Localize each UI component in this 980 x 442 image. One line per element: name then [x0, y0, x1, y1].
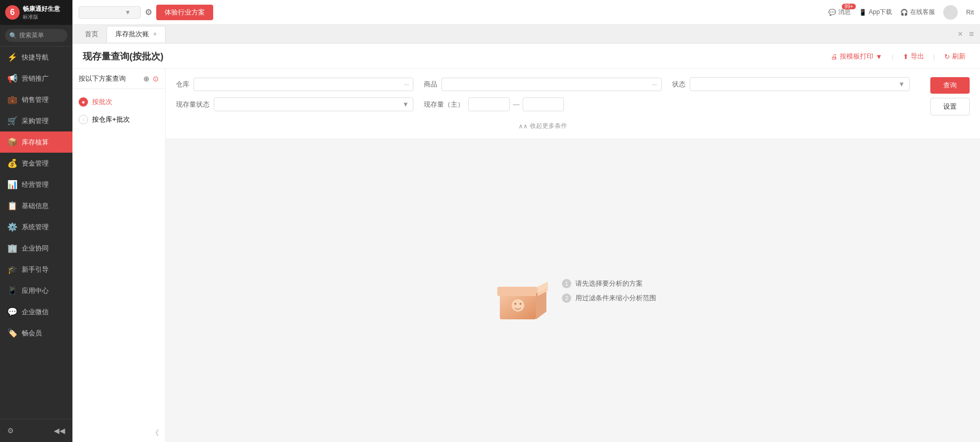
print-btn[interactable]: 🖨 按模板打印 ▼: [827, 50, 886, 63]
page-title: 现存量查询(按批次): [83, 50, 164, 68]
tip-text-1: 请先选择要分析的方案: [575, 279, 643, 288]
collapse-left-icon: 《: [152, 429, 159, 438]
sidebar-item-newbie[interactable]: 🎓 新手引导: [0, 259, 72, 280]
quantity-max-input[interactable]: [523, 97, 564, 111]
sidebar-item-enterprise[interactable]: 🏢 企业协同: [0, 238, 72, 259]
service-label: 在线客服: [910, 8, 935, 17]
export-btn[interactable]: ⬆ 导出: [899, 50, 928, 63]
topbar-search-box[interactable]: ▼: [79, 6, 141, 19]
sidebar-search-box[interactable]: 🔍 搜索菜单: [5, 29, 67, 42]
query-btn[interactable]: 查询: [930, 77, 970, 94]
collapse-filters-icon: ∧∧: [518, 123, 528, 130]
filter-group-status: 状态 ▼: [672, 77, 910, 91]
filter-fields: 仓库 ··· 商品 ···: [166, 69, 920, 139]
quantity-min-input[interactable]: [468, 97, 510, 111]
add-scheme-btn[interactable]: ⊕: [143, 75, 150, 83]
filter-group-quantity: 现存量（主） —: [424, 97, 661, 111]
finance-label: 资金管理: [22, 159, 49, 168]
tip-num-1: 1: [562, 279, 571, 288]
sidebar-item-appstore[interactable]: 📱 应用中心: [0, 280, 72, 301]
collapse-left-panel-btn[interactable]: 《: [72, 424, 165, 442]
collapse-sidebar-btn[interactable]: ◀◀: [52, 424, 67, 437]
topbar-search-input[interactable]: [83, 9, 125, 16]
quicknav-icon: ⚡: [7, 52, 18, 62]
sidebar-item-operations[interactable]: 📊 经营管理: [0, 174, 72, 195]
operations-icon: 📊: [7, 180, 18, 189]
sidebar-item-inventory[interactable]: 📦 库存核算: [0, 131, 72, 153]
tab-area-close-btn[interactable]: ×: [954, 27, 967, 41]
scheme-item-by-batch[interactable]: ● 按批次: [72, 93, 165, 111]
sidebar-item-sales[interactable]: 💼 销售管理: [0, 89, 72, 110]
topbar-dropdown-icon[interactable]: ▼: [125, 9, 131, 16]
topbar-right: 💬 消息 99+ 📱 App下载 🎧 在线客服 Rit: [828, 5, 974, 20]
refresh-label: 刷新: [952, 52, 966, 61]
tip-text-2: 用过滤条件来缩小分析范围: [575, 293, 656, 303]
scheme-list: ● 按批次 ○ 按仓库+批次: [72, 89, 165, 424]
settings-gear-icon[interactable]: ⚙: [5, 424, 16, 437]
print-label: 按模板打印: [840, 52, 873, 61]
warehouse-more-icon[interactable]: ···: [404, 81, 409, 88]
settings-btn[interactable]: 设置: [930, 98, 970, 115]
filter-group-goods: 商品 ···: [424, 78, 661, 91]
sidebar-item-system[interactable]: ⚙️ 系统管理: [0, 216, 72, 238]
topbar-left: ▼ ⚙ 体验行业方案: [79, 5, 824, 20]
topbar-gear-icon[interactable]: ⚙: [145, 7, 152, 17]
newbie-icon: 🎓: [7, 264, 18, 274]
inventory-status-dropdown-icon[interactable]: ▼: [402, 100, 409, 108]
app-logo: 6: [5, 5, 20, 20]
user-avatar[interactable]: [943, 5, 958, 20]
search-label: 搜索菜单: [19, 31, 44, 40]
main-area: ▼ ⚙ 体验行业方案 💬 消息 99+ 📱 App下载 🎧 在线客服 Rit: [72, 0, 980, 442]
sidebar-item-purchase[interactable]: 🛒 采购管理: [0, 110, 72, 131]
tip-item-2: 2 用过滤条件来缩小分析范围: [562, 293, 656, 303]
tab-home[interactable]: 首页: [77, 26, 107, 42]
print-dropdown-icon[interactable]: ▼: [875, 53, 882, 61]
sales-label: 销售管理: [22, 95, 49, 105]
tab-inventory-batch-close[interactable]: ×: [153, 31, 157, 38]
empty-illustration: [489, 265, 541, 317]
message-btn[interactable]: 💬 消息 99+: [828, 8, 851, 17]
inventory-status-select[interactable]: ▼: [214, 97, 413, 111]
appstore-icon: 📱: [7, 286, 18, 296]
tab-inventory-batch[interactable]: 库存批次账 ×: [107, 26, 166, 42]
sidebar-item-marketing[interactable]: 📢 营销推广: [0, 68, 72, 89]
online-service-btn[interactable]: 🎧 在线客服: [900, 8, 935, 17]
sidebar-search-container[interactable]: 🔍 搜索菜单: [0, 25, 72, 47]
member-icon: 🏷️: [7, 328, 18, 338]
box-svg: [489, 265, 552, 327]
sidebar-item-member[interactable]: 🏷️ 畅会员: [0, 322, 72, 344]
left-panel: 按以下方案查询 ⊕ ⊙ ● 按批次 ○ 按仓库+批次 《: [72, 69, 166, 442]
sidebar-item-quicknav[interactable]: ⚡ 快捷导航: [0, 47, 72, 68]
sidebar-menu: ⚡ 快捷导航 📢 营销推广 💼 销售管理 🛒 采购管理 📦 库存核算 💰 资金管…: [0, 47, 72, 419]
sidebar-item-finance[interactable]: 💰 资金管理: [0, 153, 72, 174]
basic-label: 基础信息: [22, 201, 49, 211]
app-download-btn[interactable]: 📱 App下载: [859, 8, 892, 17]
quicknav-label: 快捷导航: [22, 53, 49, 62]
collapse-filters-btn[interactable]: ∧∧ 收起更多条件: [176, 117, 910, 130]
status-label: 状态: [672, 80, 686, 89]
username-label[interactable]: Rit: [966, 9, 974, 16]
warehouse-input[interactable]: ···: [194, 78, 413, 91]
tip-num-2: 2: [562, 293, 571, 303]
warehouse-label: 仓库: [176, 80, 189, 89]
sidebar-item-wechat[interactable]: 💬 企业微信: [0, 301, 72, 322]
system-label: 系统管理: [22, 223, 49, 232]
tab-area-more-btn[interactable]: ≡: [967, 27, 976, 41]
goods-input[interactable]: ···: [441, 78, 661, 91]
status-select[interactable]: ▼: [690, 77, 910, 91]
system-icon: ⚙️: [7, 222, 18, 232]
quantity-range: —: [468, 97, 661, 111]
scheme-item-warehouse-batch[interactable]: ○ 按仓库+批次: [72, 111, 165, 128]
tab-inventory-batch-label: 库存批次账: [115, 30, 149, 39]
goods-more-icon[interactable]: ···: [652, 81, 657, 88]
purchase-icon: 🛒: [7, 116, 18, 126]
left-panel-title: 按以下方案查询: [79, 74, 126, 83]
scheme-settings-btn[interactable]: ⊙: [153, 75, 159, 83]
status-dropdown-icon[interactable]: ▼: [898, 80, 905, 88]
refresh-btn[interactable]: ↻ 刷新: [940, 50, 970, 63]
filter-container: 仓库 ··· 商品 ···: [166, 69, 980, 139]
trial-btn[interactable]: 体验行业方案: [156, 5, 213, 20]
sidebar-item-basic[interactable]: 📋 基础信息: [0, 195, 72, 216]
company-name: 畅康通好生意: [23, 5, 60, 13]
inventory-status-label: 现存量状态: [176, 100, 210, 109]
